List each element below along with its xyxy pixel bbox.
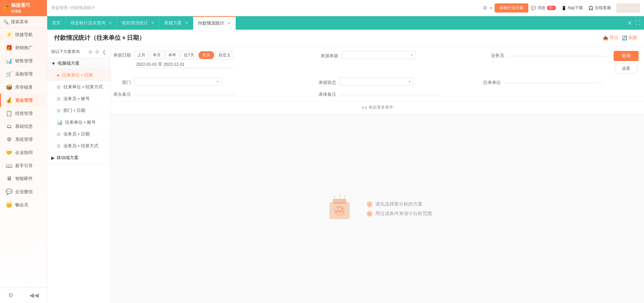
scheme-item-icon: ⊞ bbox=[57, 96, 61, 101]
date-btn-7days[interactable]: 近7天 bbox=[181, 51, 197, 59]
search-icon: 🔍 bbox=[3, 20, 9, 25]
empty-illustration bbox=[323, 192, 356, 226]
sidebar-item-basic[interactable]: 🗂 基础信息 bbox=[0, 120, 47, 133]
messages-btn[interactable]: 💬 消息 99+ bbox=[531, 5, 556, 11]
sidebar-item-system[interactable]: ⚙ 系统管理 bbox=[0, 133, 47, 146]
export-btn[interactable]: 📤 导出 bbox=[603, 35, 618, 41]
messages-label: 消息 bbox=[537, 5, 546, 11]
staff-input[interactable] bbox=[507, 53, 601, 56]
unit-label: 往来单位 bbox=[480, 78, 504, 86]
note1-input[interactable] bbox=[134, 92, 235, 95]
tab-new-scheme[interactable]: 新建方案 ✕ bbox=[159, 16, 193, 30]
settings-bottom-icon[interactable]: ⚙ bbox=[5, 290, 16, 300]
sidebar-item-label: 库存核算 bbox=[15, 84, 33, 90]
filter-section: 单据日期 上月 本月 本年 近7天 更多 自定义 bbox=[111, 46, 644, 115]
enterprise-icon: 🤝 bbox=[6, 149, 12, 156]
scheme-item-unit-account[interactable]: 📊 往来单位＋账号 bbox=[47, 117, 110, 128]
scheme-group-desktop[interactable]: ▼ 电脑端方案 bbox=[47, 58, 110, 69]
date-input-area[interactable]: 2022-01-01 至 2022-12-31 bbox=[134, 61, 234, 68]
unit-dots[interactable]: ... bbox=[597, 79, 604, 85]
trial-btn[interactable]: 体验行业方案 bbox=[495, 3, 528, 12]
logo-icon: 🍊 bbox=[3, 5, 9, 11]
collapse-bar[interactable]: ∧∧ 收起更多条件 bbox=[111, 101, 644, 113]
search-menu[interactable]: 🔍 搜索菜单 bbox=[0, 16, 47, 28]
sidebar-item-guide[interactable]: 📖 新手引导 bbox=[0, 159, 47, 172]
tab-new-scheme-close[interactable]: ✕ bbox=[185, 21, 188, 25]
scheme-item-unit-date[interactable]: ● 往来单位＋日期 bbox=[47, 69, 110, 81]
avatar[interactable] bbox=[616, 3, 640, 13]
filter-main: 单据日期 上月 本月 本年 近7天 更多 自定义 bbox=[111, 46, 644, 303]
app-download-btn[interactable]: 📱 App下载 bbox=[561, 5, 583, 11]
tab-collection[interactable]: 收款情况统计 ✕ bbox=[117, 16, 159, 30]
sidebar-item-quick-nav[interactable]: ⚡ 快捷导航 bbox=[0, 28, 47, 41]
tab-cash-bank-close[interactable]: ✕ bbox=[109, 21, 112, 25]
scheme-item-staff-account[interactable]: ⊞ 业务员＋账号 bbox=[47, 93, 110, 105]
scheme-add-icon[interactable]: ⊕ bbox=[88, 49, 92, 55]
sidebar-item-label: 智能硬件 bbox=[15, 176, 33, 182]
sidebar-item-label: 畅会员 bbox=[15, 202, 28, 208]
online-service-btn[interactable]: 🎧 在线客服 bbox=[588, 5, 611, 11]
app-logo: 🍊 畅捷通巧 标准版 bbox=[0, 0, 47, 16]
note2-input[interactable] bbox=[340, 92, 441, 95]
scheme-item-label: 部门＋日期 bbox=[63, 108, 85, 114]
filter-row-2: 部门 ▾ 单据状态 ▾ bbox=[111, 78, 644, 86]
tab-expand-icon[interactable]: ⛶ bbox=[635, 20, 641, 26]
tab-cash-bank[interactable]: 现金银行流水查询 ✕ bbox=[66, 16, 117, 30]
collapse-up-icon: ∧∧ bbox=[361, 105, 368, 110]
sidebar-item-member[interactable]: 👑 畅会员 bbox=[0, 198, 47, 211]
tab-bar: 首页 现金银行流水查询 ✕ 收款情况统计 ✕ 新建方案 ✕ 付款情况统计 ✕ ✕… bbox=[47, 16, 644, 30]
sidebar-item-marketing[interactable]: 🎁 营销推广 bbox=[0, 41, 47, 54]
messages-badge: 99+ bbox=[547, 6, 556, 10]
date-btn-more[interactable]: 更多 bbox=[199, 51, 214, 59]
scheme-item-dept-date[interactable]: ⊞ 部门＋日期 bbox=[47, 105, 110, 117]
sidebar-item-weixin[interactable]: 💬 企业微信 bbox=[0, 185, 47, 198]
sidebar-item-capital[interactable]: 💰 资金管理 bbox=[0, 94, 47, 107]
sidebar-item-label: 销售管理 bbox=[15, 58, 33, 64]
settings-icon[interactable]: ⚙ bbox=[482, 5, 487, 11]
sidebar-item-hardware[interactable]: 🖥 智能硬件 bbox=[0, 172, 47, 185]
tab-close-all-icon[interactable]: ✕ bbox=[627, 20, 632, 26]
unit-input[interactable] bbox=[504, 80, 596, 83]
sidebar-item-label: 系统管理 bbox=[15, 137, 33, 143]
source-select[interactable]: ▾ bbox=[342, 51, 416, 59]
sidebar-item-purchase[interactable]: 🛒 采购管理 bbox=[0, 67, 47, 81]
tab-payment-close[interactable]: ✕ bbox=[228, 21, 231, 26]
empty-step1: 1 请先选择要分析的方案 bbox=[367, 201, 432, 207]
sidebar-item-enterprise[interactable]: 🤝 企业协同 bbox=[0, 146, 47, 159]
refresh-btn[interactable]: 🔄 刷新 bbox=[622, 35, 637, 41]
dropdown-icon[interactable]: ▾ bbox=[490, 6, 492, 10]
sidebar-item-operations[interactable]: 📋 经营管理 bbox=[0, 107, 47, 120]
setting-btn[interactable]: 设置 bbox=[615, 64, 637, 73]
date-range-label: 单据日期 bbox=[111, 51, 134, 58]
tab-collection-close[interactable]: ✕ bbox=[151, 21, 154, 25]
sidebar-item-inventory[interactable]: 📦 库存核算 bbox=[0, 81, 47, 94]
collapse-sidebar-icon[interactable]: ◀◀ bbox=[27, 290, 41, 300]
date-btn-custom[interactable]: 自定义 bbox=[215, 51, 234, 59]
sidebar-item-sales[interactable]: 📊 销售管理 bbox=[0, 54, 47, 67]
query-btn[interactable]: 查询 bbox=[614, 51, 639, 61]
scheme-item-unit-settle[interactable]: ⊞ 往来单位＋结算方式 bbox=[47, 81, 110, 93]
inventory-icon: 📦 bbox=[6, 84, 12, 90]
system-icon: ⚙ bbox=[6, 136, 12, 143]
scheme-settings-icon[interactable]: ⚙ bbox=[95, 49, 99, 55]
tab-home[interactable]: 首页 bbox=[47, 16, 66, 30]
status-select[interactable]: ▾ bbox=[340, 78, 414, 86]
scheme-active-icon: ● bbox=[57, 72, 59, 78]
dept-select[interactable]: ▾ bbox=[134, 78, 222, 86]
date-btn-last-month[interactable]: 上月 bbox=[134, 51, 148, 59]
cash-bank-tab-label: 现金银行流水查询 bbox=[70, 20, 106, 26]
header-right: 💬 消息 99+ 📱 App下载 🎧 在线客服 bbox=[531, 3, 640, 13]
staff-dots[interactable]: ... bbox=[602, 52, 608, 58]
scheme-item-label: 业务员＋日期 bbox=[63, 131, 90, 137]
tab-payment[interactable]: 付款情况统计 ✕ bbox=[193, 16, 236, 30]
date-btn-this-year[interactable]: 本年 bbox=[165, 51, 179, 59]
collapse-label: 收起更多条件 bbox=[369, 104, 393, 110]
scheme-item-staff-date[interactable]: ⊞ 业务员＋日期 bbox=[47, 128, 110, 140]
scheme-group-mobile[interactable]: ▶ 移动端方案 bbox=[47, 152, 110, 164]
scheme-item-staff-settle[interactable]: ⊞ 业务员＋结算方式 bbox=[47, 140, 110, 152]
page-header: 付款情况统计（往来单位＋日期） 📤 导出 🔄 刷新 bbox=[47, 30, 644, 46]
date-btn-this-month[interactable]: 本月 bbox=[150, 51, 164, 59]
step2-text: 用过滤条件来缩小分析范围 bbox=[375, 211, 432, 217]
svg-rect-1 bbox=[333, 199, 346, 204]
scheme-collapse-icon[interactable]: ❮ bbox=[102, 49, 106, 55]
